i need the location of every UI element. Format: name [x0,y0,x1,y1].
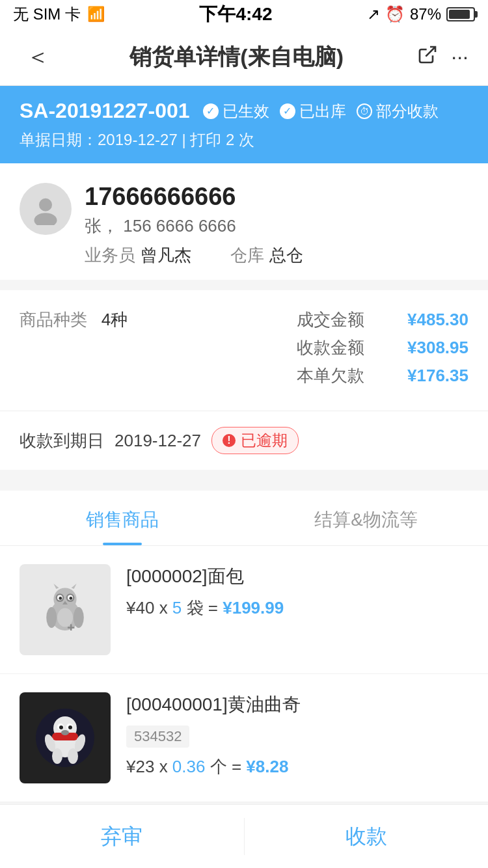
tab-products[interactable]: 销售商品 [0,491,244,545]
customer-id: 17666666666 [85,183,468,211]
customer-avatar [20,183,72,235]
product-types-item: 商品种类 4种 [20,308,128,331]
total-2: ¥8.28 [246,757,288,776]
cancel-button[interactable]: 弃审 [0,805,244,868]
status-badges: ✓ 已生效 ✓ 已出库 ⏱ 部分收款 [203,101,439,122]
salesperson-item: 业务员 曾凡杰 [85,244,191,267]
status-effective: ✓ 已生效 [203,101,269,122]
summary-left: 商品种类 4种 [20,308,128,334]
received-amount-row: 收款金额 ¥308.95 [297,336,468,359]
tabs: 销售商品 结算&物流等 [0,491,488,546]
customer-meta: 业务员 曾凡杰 仓库 总仓 [85,244,468,267]
check-icon-2: ✓ [280,103,295,119]
more-icon[interactable]: ··· [451,45,468,69]
svg-point-9 [59,597,62,600]
product-types-value: 4种 [102,310,128,329]
salesperson-label: 业务员 [85,244,135,267]
carrier-text: 无 SIM 卡 [13,4,81,25]
status-left: 无 SIM 卡 📶 [13,4,105,25]
nav-bar: ＜ 销货单详情(来自电脑) ··· [0,29,488,86]
debt-amount-label: 本单欠款 [297,364,364,387]
product-info-2: [000400001]黄油曲奇 534532 ¥23 x 0.36 个 = ¥8… [126,692,468,778]
divider-2 [0,470,488,480]
back-button[interactable]: ＜ [20,34,56,79]
svg-point-25 [59,726,63,729]
product-name-2: [000400001]黄油曲奇 [126,692,468,717]
status-bar: 无 SIM 卡 📶 下午4:42 ↗ ⏰ 87% [0,0,488,29]
debt-amount-row: 本单欠款 ¥176.35 [297,364,468,387]
confirm-button[interactable]: 收款 [245,805,489,868]
customer-phone: 张， 156 6666 6666 [85,215,468,237]
due-section: 收款到期日 2019-12-27 ! 已逾期 [0,411,488,470]
svg-point-27 [61,730,69,735]
customer-info: 17666666666 张， 156 6666 6666 业务员 曾凡杰 仓库 … [85,183,468,267]
tab-settlement[interactable]: 结算&物流等 [244,491,488,545]
nav-actions: ··· [417,44,468,70]
product-price-2: ¥23 x 0.36 个 = ¥8.28 [126,755,468,778]
overdue-dot-icon: ! [223,434,236,447]
svg-rect-18 [68,627,74,628]
received-amount-label: 收款金额 [297,336,364,359]
status-shipped: ✓ 已出库 [280,101,346,122]
salesperson-name: 曾凡杰 [141,244,191,267]
svg-marker-16 [72,584,77,589]
product-sku-2: 534532 [126,726,189,748]
total-1: ¥199.99 [223,598,284,617]
status-right: ↗ ⏰ 87% [367,5,475,23]
svg-point-2 [34,213,57,225]
warehouse-label: 仓库 [230,244,264,267]
wifi-icon: 📶 [87,6,105,23]
qty-1: 5 [172,598,182,617]
product-info-1: [0000002]面包 ¥40 x 5 袋 = ¥199.99 [126,564,468,619]
svg-point-1 [39,198,52,211]
product-list: [0000002]面包 ¥40 x 5 袋 = ¥199.99 [0,546,488,802]
status-partial-payment: ⏱ 部分收款 [357,101,439,122]
alarm-icon: ⏰ [385,5,405,23]
product-image-1 [20,564,111,655]
order-date: 单据日期：2019-12-27 | 打印 2 次 [20,129,468,150]
svg-point-13 [74,607,84,628]
share-icon[interactable] [417,44,438,70]
svg-marker-15 [53,584,59,589]
customer-section: 17666666666 张， 156 6666 6666 业务员 曾凡杰 仓库 … [0,163,488,280]
due-date: 2019-12-27 [115,431,201,451]
summary-right: 成交金额 ¥485.30 收款金额 ¥308.95 本单欠款 ¥176.35 [297,308,468,392]
overdue-text: 已逾期 [241,430,288,451]
received-amount-value: ¥308.95 [377,338,468,358]
order-id: SA-20191227-001 [20,99,190,123]
overdue-badge: ! 已逾期 [211,427,299,454]
debt-amount-value: ¥176.35 [377,366,468,386]
product-item-2: [000400001]黄油曲奇 534532 ¥23 x 0.36 个 = ¥8… [0,674,488,802]
deal-amount-value: ¥485.30 [377,310,468,330]
product-name-1: [0000002]面包 [126,564,468,589]
location-icon: ↗ [367,5,380,23]
time-display: 下午4:42 [199,2,272,27]
check-icon-1: ✓ [203,103,219,119]
due-label: 收款到期日 [20,429,104,452]
product-price-1: ¥40 x 5 袋 = ¥199.99 [126,597,468,619]
qty-2: 0.36 [172,757,206,776]
svg-point-14 [57,608,73,627]
deal-amount-row: 成交金额 ¥485.30 [297,308,468,331]
svg-point-12 [46,607,57,628]
svg-point-10 [69,597,72,600]
divider-1 [0,280,488,290]
battery-icon [446,7,475,21]
order-header-banner: SA-20191227-001 ✓ 已生效 ✓ 已出库 ⏱ 部分收款 单据日期：… [0,86,488,163]
clock-icon: ⏱ [357,103,372,119]
product-item: [0000002]面包 ¥40 x 5 袋 = ¥199.99 [0,546,488,674]
summary-section: 商品种类 4种 成交金额 ¥485.30 收款金额 ¥308.95 本单欠款 ¥… [0,290,488,411]
warehouse-item: 仓库 总仓 [230,244,303,267]
page-title: 销货单详情(来自电脑) [129,42,344,72]
battery-percent: 87% [410,5,441,23]
tabs-container: 销售商品 结算&物流等 [0,491,488,546]
deal-amount-label: 成交金额 [297,308,364,331]
product-types-label: 商品种类 [20,310,87,329]
bottom-bar: 弃审 收款 [0,804,488,868]
product-image-2 [20,692,111,783]
svg-line-0 [426,47,436,57]
warehouse-name: 总仓 [269,244,303,267]
svg-point-26 [68,726,72,729]
